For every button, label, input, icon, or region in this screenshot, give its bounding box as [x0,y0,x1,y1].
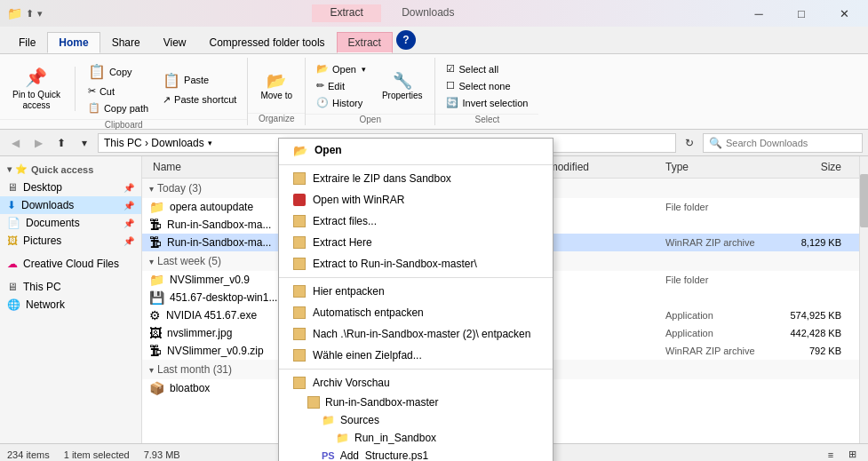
ctx-extract-here[interactable]: Extract Here [279,232,553,253]
ctx-nach[interactable]: Nach .\Run-in-Sandbox-master (2)\ entpac… [279,323,553,345]
ctx-extract-files[interactable]: Extract files... [279,211,553,232]
ctx-extraire-label: Extraire le ZIP dans Sandbox [313,172,451,185]
ctx-ps1-icon: PS [322,450,335,461]
ctx-hier-label: Hier entpacken [313,285,385,298]
ctx-zip-icon4 [293,258,306,270]
ctx-tree-master[interactable]: Run-in-Sandbox-master [279,393,553,411]
ctx-sep1 [279,164,553,165]
ctx-open-label: Open [315,144,342,156]
ctx-zip-icon1 [293,172,306,185]
ctx-archiv-label: Archiv Vorschau [313,377,390,389]
ctx-zip-icon9 [293,377,306,389]
ctx-extract-to-label: Extract to Run-in-Sandbox-master\ [313,258,477,270]
ctx-open-icon: 📂 [293,143,307,157]
ctx-zip-icon5 [293,285,306,298]
ctx-sep3 [279,369,553,370]
ctx-extract-files-label: Extract files... [313,215,377,227]
ctx-zip-icon8 [293,349,306,362]
ctx-open[interactable]: 📂 Open [279,139,553,162]
ctx-tree-run-in-sandbox[interactable]: 📁 Run_in_Sandbox [279,429,553,447]
ctx-zip-icon3 [293,236,306,249]
ctx-tree-addstructure-label: Add_Structure.ps1 [340,449,428,461]
ctx-archiv-header[interactable]: Archiv Vorschau [279,372,553,393]
ctx-tree-runsandbox-label: Run_in_Sandbox [354,432,436,444]
ctx-tree-master-label: Run-in-Sandbox-master [325,396,438,409]
ctx-folder-sources-icon: 📁 [322,414,335,426]
ctx-tree-sources[interactable]: 📁 Sources [279,411,553,429]
ctx-tree-sources-label: Sources [340,414,379,426]
ctx-extraire-zip-sandbox[interactable]: Extraire le ZIP dans Sandbox [279,168,553,189]
ctx-folder-runsandbox-icon: 📁 [336,432,349,444]
ctx-tree-addstructure[interactable]: PS Add_Structure.ps1 [279,447,553,461]
ctx-winrar-icon [293,194,306,206]
ctx-zielpfad[interactable]: Wähle einen Zielpfad... [279,345,553,366]
context-menu-overlay: 📂 Open Extraire le ZIP dans Sandbox Open… [0,0,868,461]
ctx-automatisch-label: Automatisch entpacken [313,306,424,319]
ctx-sep2 [279,277,553,278]
ctx-zip-icon2 [293,215,306,227]
ctx-winrar-label: Open with WinRAR [313,194,404,206]
ctx-zielpfad-label: Wähle einen Zielpfad... [313,349,422,362]
ctx-open-winrar[interactable]: Open with WinRAR [279,189,553,211]
context-menu: 📂 Open Extraire le ZIP dans Sandbox Open… [278,138,553,461]
ctx-zip-icon7 [293,328,306,340]
ctx-zip-icon6 [293,306,306,319]
ctx-hier-entpacken[interactable]: Hier entpacken [279,281,553,302]
ctx-nach-label: Nach .\Run-in-Sandbox-master (2)\ entpac… [313,328,530,340]
ctx-extract-here-label: Extract Here [313,236,372,249]
ctx-zip-master-icon [307,396,320,409]
ctx-extract-to[interactable]: Extract to Run-in-Sandbox-master\ [279,253,553,274]
ctx-automatisch[interactable]: Automatisch entpacken [279,302,553,323]
